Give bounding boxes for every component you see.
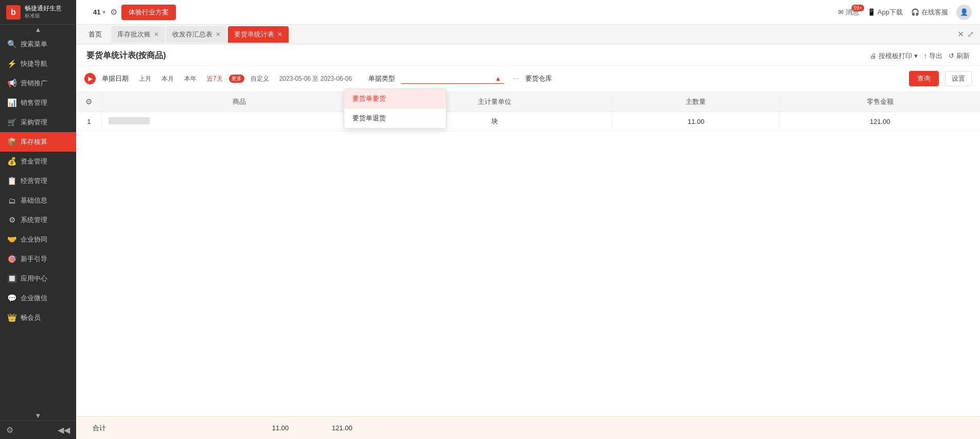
dropdown-item-order[interactable]: 要货单要货 [344, 89, 446, 108]
sidebar-item-marketing[interactable]: 📢 营销推广 [0, 74, 76, 93]
quick-nav-icon: ⚡ [7, 59, 16, 68]
tab-receive-summary[interactable]: 收发存汇总表 ✕ [166, 26, 227, 43]
type-filter-label: 单据类型 [368, 74, 395, 83]
tab-stock-batch-close-icon[interactable]: ✕ [154, 31, 159, 38]
store-selector[interactable]: 41 ▾ [84, 8, 106, 17]
filter-expand-icon: ▶ [88, 75, 93, 82]
table-wrapper: ⚙ 商品 主计量单位 主数量 零售金额 1 块 [76, 92, 980, 416]
filter-bar: ▶ 单据日期 上月 本月 本年 近7天 更多 自定义 2023-05-06 至 … [76, 66, 980, 92]
tab-order-stat[interactable]: 要货单统计表 ✕ [228, 26, 289, 43]
inventory-icon: 📦 [7, 137, 16, 147]
store-chevron-icon: ▾ [102, 8, 106, 16]
filter-more-icon[interactable]: ··· [512, 74, 519, 83]
search-nav-icon: 🔍 [7, 40, 16, 49]
sidebar-item-finance[interactable]: 💰 资金管理 [0, 152, 76, 171]
filter-toggle-button[interactable]: ▶ [84, 73, 96, 84]
refresh-label: 刷新 [956, 51, 970, 61]
message-button[interactable]: ✉ 消息 99+ [838, 8, 859, 17]
date-btn-last-month[interactable]: 上月 [135, 73, 155, 85]
service-icon: 🎧 [911, 8, 919, 16]
dropdown-item-return[interactable]: 要货单退货 [344, 108, 446, 128]
date-btn-this-year[interactable]: 本年 [180, 73, 201, 85]
sidebar-item-purchase[interactable]: 🛒 采购管理 [0, 113, 76, 132]
app-download-button[interactable]: 📱 App下载 [867, 8, 903, 17]
sales-icon: 📊 [7, 98, 16, 107]
footer-qty: 11.00 [250, 424, 311, 432]
tab-stock-batch-label: 库存批次账 [117, 30, 151, 39]
cell-amount: 121.00 [780, 112, 980, 131]
tab-order-stat-close-icon[interactable]: ✕ [277, 31, 282, 38]
sidebar-item-wechat[interactable]: 💬 企业微信 [0, 288, 76, 308]
app-download-label: App下载 [878, 8, 903, 17]
sidebar-item-quick-nav[interactable]: ⚡ 快捷导航 [0, 54, 76, 74]
tab-home[interactable]: 首页 [82, 26, 108, 43]
service-button[interactable]: 🎧 在线客服 [911, 8, 948, 17]
app-download-icon: 📱 [867, 8, 876, 16]
window-close-icon[interactable]: ✕ [957, 29, 964, 39]
avatar-icon: 👤 [960, 8, 968, 16]
sidebar-item-sales[interactable]: 📊 销售管理 [0, 93, 76, 113]
cell-num: 1 [76, 112, 102, 131]
sidebar-item-label-wechat: 企业微信 [21, 294, 69, 303]
tab-stock-batch[interactable]: 库存批次账 ✕ [111, 26, 165, 43]
type-select-input[interactable] [404, 75, 495, 82]
service-label: 在线客服 [921, 8, 948, 17]
date-btn-this-month[interactable]: 本月 [157, 73, 178, 85]
collapse-icon[interactable]: ◀◀ [58, 425, 70, 435]
col-qty: 主数量 [612, 92, 780, 112]
sidebar-item-collab[interactable]: 🤝 企业协同 [0, 230, 76, 249]
date-btn-custom[interactable]: 自定义 [246, 73, 273, 85]
refresh-button[interactable]: ↺ 刷新 [949, 51, 970, 61]
tab-home-label: 首页 [88, 30, 102, 39]
date-btn-7days[interactable]: 近7天 [203, 73, 227, 85]
topbar-gear-icon[interactable]: ⚙ [110, 7, 117, 17]
setting-button[interactable]: 设置 [945, 71, 972, 86]
user-avatar[interactable]: 👤 [956, 5, 972, 20]
sidebar: b 畅捷通好生意 标准版 ▲ 🔍 搜索菜单 ⚡ 快捷导航 📢 营销推广 📊 销售… [0, 0, 76, 439]
sidebar-item-basic[interactable]: 🗂 基础信息 [0, 191, 76, 210]
basic-icon: 🗂 [7, 196, 16, 205]
tab-receive-summary-label: 收发存汇总表 [172, 30, 212, 39]
trial-button[interactable]: 体验行业方案 [121, 5, 176, 20]
collab-icon: 🤝 [7, 235, 16, 244]
appstore-icon: 🔲 [7, 274, 16, 283]
page-actions: 🖨 按模板打印 ▾ ↑ 导出 ↺ 刷新 [870, 51, 970, 61]
col-amount: 零售金额 [780, 92, 980, 112]
sidebar-scroll-up[interactable]: ▲ [0, 25, 76, 34]
sidebar-item-system[interactable]: ⚙ 系统管理 [0, 210, 76, 230]
more-date-badge[interactable]: 更多 [229, 75, 244, 83]
query-button[interactable]: 查询 [909, 71, 939, 86]
page-title: 要货单统计表(按商品) [86, 50, 166, 61]
guide-icon: 🎯 [7, 254, 16, 264]
sidebar-item-label-basic: 基础信息 [21, 196, 69, 205]
sidebar-item-operation[interactable]: 📋 经营管理 [0, 171, 76, 191]
export-label: 导出 [929, 51, 942, 61]
sidebar-item-appstore[interactable]: 🔲 应用中心 [0, 269, 76, 288]
sidebar-scroll-down[interactable]: ▼ [0, 411, 76, 420]
col-settings: ⚙ [76, 92, 102, 112]
table-settings-icon[interactable]: ⚙ [85, 97, 92, 106]
print-label: 按模板打印 [879, 51, 912, 61]
page-content: 要货单统计表(按商品) 🖨 按模板打印 ▾ ↑ 导出 ↺ 刷新 [76, 44, 980, 439]
sidebar-item-guide[interactable]: 🎯 新手引导 [0, 249, 76, 269]
tab-order-stat-label: 要货单统计表 [234, 30, 274, 39]
settings-icon[interactable]: ⚙ [6, 425, 13, 435]
window-expand-icon[interactable]: ⤢ [967, 29, 974, 39]
sidebar-item-label-purchase: 采购管理 [21, 118, 69, 127]
export-button[interactable]: ↑ 导出 [924, 51, 943, 61]
tab-receive-summary-close-icon[interactable]: ✕ [216, 31, 221, 38]
tabs-window-controls: ✕ ⤢ [957, 29, 974, 39]
sidebar-item-label-guide: 新手引导 [21, 254, 69, 264]
dropdown-item-order-label: 要货单要货 [352, 95, 386, 102]
sidebar-item-search[interactable]: 🔍 搜索菜单 [0, 34, 76, 54]
print-button[interactable]: 🖨 按模板打印 ▾ [870, 51, 918, 61]
sidebar-item-label-finance: 资金管理 [21, 157, 69, 166]
message-icon: ✉ [838, 8, 844, 16]
cell-product [102, 112, 377, 131]
message-badge: 99+ [851, 5, 864, 11]
type-select-chevron-icon[interactable]: ▲ [495, 75, 501, 82]
finance-icon: 💰 [7, 157, 16, 166]
sidebar-item-member[interactable]: 👑 畅会员 [0, 308, 76, 327]
sidebar-item-inventory[interactable]: 📦 库存核算 [0, 132, 76, 152]
sidebar-item-label-member: 畅会员 [21, 313, 69, 322]
